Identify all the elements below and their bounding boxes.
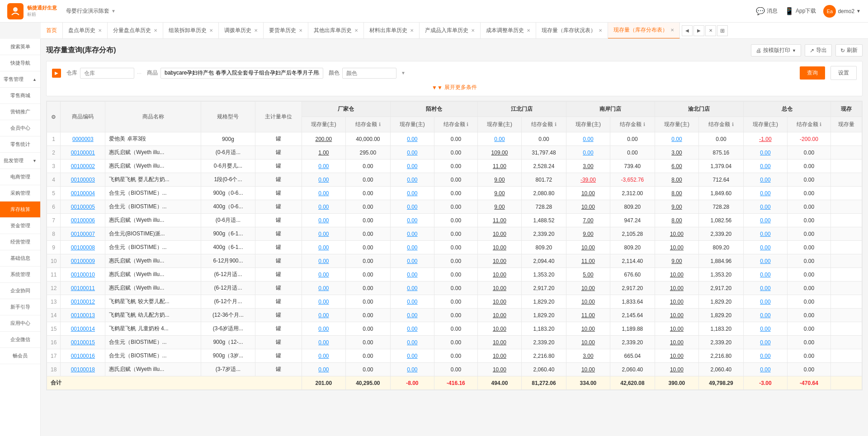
mocun-amt-info[interactable]: ℹ [467,122,468,127]
row-total-qty[interactable]: 0.00 [743,363,787,376]
row-code[interactable]: 00100013 [61,309,105,322]
row-code[interactable]: 00100007 [61,227,105,241]
close-tab-9[interactable]: ✕ [527,28,530,33]
row-yubei-qty[interactable]: 6.00 [655,159,698,173]
row-nanan-qty[interactable]: 10.00 [566,363,610,376]
row-total-qty[interactable]: 0.00 [743,281,787,295]
row-jiangbei-qty[interactable]: 11.00 [477,214,521,227]
row-mocun-qty[interactable]: 0.00 [390,281,434,295]
row-mocun-qty[interactable]: 0.00 [390,254,434,268]
nav-tab-2[interactable]: 分量盘点单历史 ✕ [108,23,163,39]
row-jiangbei-qty[interactable]: 10.00 [477,268,521,281]
sidebar-item-ops[interactable]: 经营管理 [0,234,40,250]
user-menu[interactable]: Ea demo2 ▼ [823,5,861,18]
row-nanan-qty[interactable]: 9.00 [566,227,610,241]
sidebar-item-ecommerce[interactable]: 电商管理 [0,169,40,185]
sidebar-item-newbie[interactable]: 新手引导 [0,299,40,315]
row-yubei-qty[interactable]: 10.00 [655,295,698,309]
th-settings[interactable]: ⚙ [47,102,61,132]
row-factory-qty[interactable]: 0.00 [302,281,345,295]
row-nanan-qty[interactable]: 0.00 [566,132,610,146]
yubei-amt-info[interactable]: ℹ [732,122,734,127]
row-factory-qty[interactable]: 0.00 [302,363,345,376]
row-mocun-qty[interactable]: 0.00 [390,227,434,241]
nav-tab-6[interactable]: 其他出库单历史 ✕ [308,23,364,39]
row-yubei-qty[interactable]: 10.00 [655,322,698,336]
settings-btn[interactable]: 设置 [830,66,857,80]
row-yubei-qty[interactable]: 10.00 [655,363,698,376]
close-tab-6[interactable]: ✕ [354,28,358,33]
row-yubei-qty[interactable]: 8.00 [655,173,698,187]
row-jiangbei-qty[interactable]: 10.00 [477,309,521,322]
row-mocun-qty[interactable]: 0.00 [390,200,434,214]
row-yubei-qty[interactable]: 10.00 [655,336,698,349]
nav-tab-4[interactable]: 调拨单历史 ✕ [219,23,264,39]
row-mocun-qty[interactable]: 0.00 [390,132,434,146]
row-yubei-qty[interactable]: 8.00 [655,187,698,200]
sidebar-item-member[interactable]: 会员中心 [0,120,40,136]
sidebar-item-retail-shop[interactable]: 零售商城 [0,88,40,104]
row-factory-qty[interactable]: 200.00 [302,132,345,146]
nav-close-all[interactable]: ✕ [705,25,716,36]
row-nanan-qty[interactable]: 10.00 [566,200,610,214]
factory-amt-info[interactable]: ℹ [379,122,381,127]
row-mocun-qty[interactable]: 0.00 [390,159,434,173]
sidebar-item-collab[interactable]: 企业协同 [0,283,40,299]
nav-next[interactable]: ▶ [693,25,704,36]
row-yubei-qty[interactable]: 10.00 [655,281,698,295]
goods-input[interactable] [160,68,323,79]
row-nanan-qty[interactable]: 11.00 [566,254,610,268]
row-jiangbei-qty[interactable]: 10.00 [477,336,521,349]
row-yubei-qty[interactable]: 9.00 [655,254,698,268]
row-yubei-qty[interactable]: 9.00 [655,200,698,214]
warehouse-more[interactable]: ··· [137,70,142,76]
row-jiangbei-qty[interactable]: 10.00 [477,295,521,309]
row-mocun-qty[interactable]: 0.00 [390,241,434,254]
row-yubei-qty[interactable]: 10.00 [655,227,698,241]
jiangbei-amt-info[interactable]: ℹ [555,122,557,127]
row-factory-qty[interactable]: 0.00 [302,295,345,309]
row-total-qty[interactable]: 0.00 [743,309,787,322]
row-code[interactable]: 00100004 [61,187,105,200]
close-tab-5[interactable]: ✕ [299,28,302,33]
row-nanan-qty[interactable]: 10.00 [566,281,610,295]
total-amt-info[interactable]: ℹ [820,122,821,127]
row-jiangbei-qty[interactable]: 109.00 [477,146,521,159]
row-code[interactable]: 00100002 [61,159,105,173]
row-factory-qty[interactable]: 0.00 [302,214,345,227]
row-mocun-qty[interactable]: 0.00 [390,187,434,200]
query-btn[interactable]: 查询 [800,66,825,80]
sidebar-item-nav[interactable]: 快捷导航 [0,55,40,71]
row-factory-qty[interactable]: 1.00 [302,146,345,159]
row-code[interactable]: 00100003 [61,173,105,187]
nav-tab-1[interactable]: 盘点单历史 ✕ [63,23,108,39]
close-tab-10[interactable]: ✕ [599,28,602,33]
row-nanan-qty[interactable]: 10.00 [566,295,610,309]
row-mocun-qty[interactable]: 0.00 [390,349,434,363]
row-nanan-qty[interactable]: 11.00 [566,309,610,322]
row-yubei-qty[interactable]: 3.00 [655,146,698,159]
nav-tab-10[interactable]: 现存量（库存状况表） ✕ [536,23,608,39]
row-nanan-qty[interactable]: 5.00 [566,268,610,281]
row-factory-qty[interactable]: 0.00 [302,309,345,322]
row-yubei-qty[interactable]: 10.00 [655,268,698,281]
nav-expand[interactable]: ⊞ [717,25,728,36]
row-total-qty[interactable]: 0.00 [743,200,787,214]
export-btn[interactable]: ↗ 导出 [805,44,832,56]
row-total-qty[interactable]: 0.00 [743,268,787,281]
row-jiangbei-qty[interactable]: 10.00 [477,227,521,241]
row-code[interactable]: 00100006 [61,214,105,227]
row-code[interactable]: 00100009 [61,254,105,268]
row-factory-qty[interactable]: 0.00 [302,173,345,187]
row-jiangbei-qty[interactable]: 0.00 [477,132,521,146]
warehouse-input[interactable] [80,68,134,79]
row-code[interactable]: 00100005 [61,200,105,214]
row-yubei-qty[interactable]: 8.00 [655,214,698,227]
row-nanan-qty[interactable]: 3.00 [566,159,610,173]
row-mocun-qty[interactable]: 0.00 [390,146,434,159]
sidebar-item-wechat[interactable]: 企业微信 [0,332,40,348]
row-nanan-qty[interactable]: 10.00 [566,336,610,349]
row-code[interactable]: 00100001 [61,146,105,159]
sidebar-item-member2[interactable]: 畅会员 [0,348,40,364]
refresh-btn[interactable]: ↻ 刷新 [835,44,863,56]
